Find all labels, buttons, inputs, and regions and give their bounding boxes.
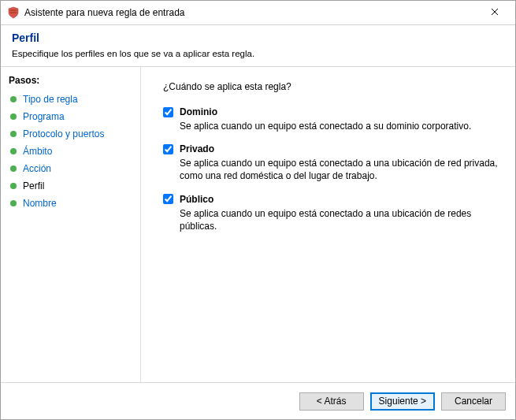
step-ambito[interactable]: Ámbito [9,143,132,160]
checkbox-dominio[interactable] [163,107,173,117]
option-description: Se aplica cuando un equipo está conectad… [180,120,498,132]
svg-rect-1 [10,12,17,13]
checkbox-privado[interactable] [163,144,173,154]
step-tipo-de-regla[interactable]: Tipo de regla [9,91,132,108]
option-dominio: Dominio Se aplica cuando un equipo está … [163,106,498,132]
steps-title: Pasos: [9,75,132,86]
step-nombre[interactable]: Nombre [9,195,132,212]
step-programa[interactable]: Programa [9,108,132,125]
step-accion[interactable]: Acción [9,160,132,177]
option-label: Privado [180,143,214,154]
wizard-window: Asistente para nueva regla de entrada Pe… [0,0,516,420]
step-bullet-icon [10,131,17,137]
next-button[interactable]: Siguiente > [370,392,435,411]
step-bullet-icon [10,183,17,189]
step-label: Acción [23,163,51,174]
option-label: Público [180,194,213,205]
firewall-icon [7,6,20,19]
step-label: Protocolo y puertos [23,128,104,139]
page-title: Perfil [12,32,504,44]
option-label: Dominio [180,106,217,117]
wizard-content: ¿Cuándo se aplica esta regla? Dominio Se… [141,67,515,382]
content-question: ¿Cuándo se aplica esta regla? [163,81,498,92]
cancel-button[interactable]: Cancelar [441,392,506,411]
option-description: Se aplica cuando un equipo está conectad… [180,157,498,182]
step-bullet-icon [10,96,17,102]
window-title: Asistente para nueva regla de entrada [24,7,477,18]
svg-rect-0 [10,9,17,11]
page-subtitle: Especifique los perfiles en los que se v… [12,49,504,58]
step-protocolo-y-puertos[interactable]: Protocolo y puertos [9,125,132,143]
step-bullet-icon [10,148,17,154]
step-bullet-icon [10,113,17,120]
step-label: Nombre [23,198,57,209]
option-row: Dominio [163,106,498,117]
option-publico: Público Se aplica cuando un equipo está … [163,194,498,232]
step-label: Ámbito [23,146,52,157]
step-label: Tipo de regla [23,94,78,105]
step-bullet-icon [10,200,17,206]
option-description: Se aplica cuando un equipo está conectad… [180,207,498,232]
titlebar: Asistente para nueva regla de entrada [1,1,515,25]
option-row: Privado [163,143,498,154]
step-label: Perfil [23,180,44,191]
close-button[interactable] [477,2,512,24]
option-row: Público [163,194,498,205]
step-bullet-icon [10,165,17,172]
steps-sidebar: Pasos: Tipo de regla Programa Protocolo … [1,67,141,382]
wizard-header: Perfil Especifique los perfiles en los q… [1,25,515,66]
back-button[interactable]: < Atrás [299,392,364,411]
close-icon [491,7,499,18]
wizard-footer: < Atrás Siguiente > Cancelar [1,382,515,419]
checkbox-publico[interactable] [163,194,173,204]
wizard-body: Pasos: Tipo de regla Programa Protocolo … [1,67,515,382]
step-perfil[interactable]: Perfil [9,177,132,195]
step-label: Programa [23,111,65,122]
option-privado: Privado Se aplica cuando un equipo está … [163,143,498,182]
